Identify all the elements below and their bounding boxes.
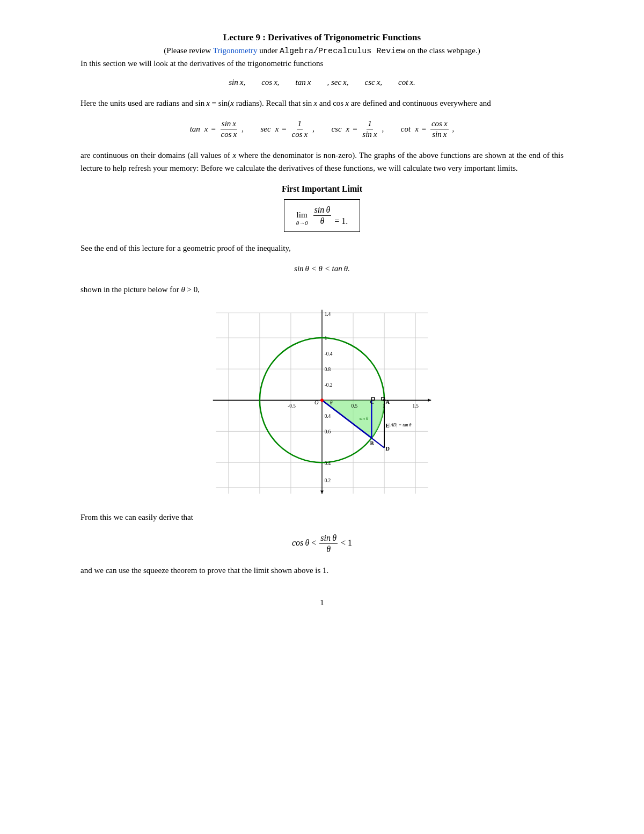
intro-text: In this section we will look at the deri… bbox=[80, 59, 564, 68]
units-text: Here the units used are radians and sin … bbox=[80, 97, 564, 110]
page: Lecture 9 : Derivatives of Trigonometric… bbox=[80, 0, 564, 834]
svg-text:D: D bbox=[385, 446, 390, 452]
svg-text:A: A bbox=[385, 399, 390, 405]
svg-text:1.4: 1.4 bbox=[325, 311, 331, 317]
cotx-formula: cot x = cos x sin x , bbox=[397, 119, 454, 139]
first-limit-heading: First Important Limit bbox=[80, 184, 564, 194]
svg-point-45 bbox=[320, 398, 324, 402]
svg-text:O: O bbox=[314, 400, 319, 405]
svg-text:-0.4: -0.4 bbox=[325, 351, 333, 357]
continuous-text: are continuous on their domains (all val… bbox=[80, 149, 564, 175]
geometric-proof-text: See the end of this lecture for a geomet… bbox=[80, 242, 564, 255]
unit-circle-svg: O θ B D E A C sin θ |AD| = tan θ -0.5 0.… bbox=[209, 307, 435, 500]
svg-text:0.6: 0.6 bbox=[325, 429, 331, 434]
page-number: 1 bbox=[80, 598, 564, 607]
svg-text:B: B bbox=[370, 440, 374, 446]
trigonometry-link[interactable]: Trigonometry bbox=[213, 46, 258, 55]
subtitle: (Please review Trigonometry under Algebr… bbox=[80, 46, 564, 56]
svg-text:1: 1 bbox=[325, 336, 327, 341]
svg-text:1: 1 bbox=[383, 403, 385, 409]
svg-text:-0.2: -0.2 bbox=[325, 382, 333, 388]
svg-text:θ: θ bbox=[330, 400, 333, 405]
page-title: Lecture 9 : Derivatives of Trigonometric… bbox=[80, 32, 564, 43]
trig-identities-row: tan x = sin x cos x , sec x = 1 cos x , … bbox=[80, 119, 564, 139]
svg-text:C: C bbox=[370, 399, 374, 405]
trig-functions-list: sin x, cos x, tan x , sec x, csc x, cot … bbox=[80, 78, 564, 87]
subtitle-mid: under bbox=[257, 46, 280, 55]
unit-circle-diagram: O θ B D E A C sin θ |AD| = tan θ -0.5 0.… bbox=[80, 307, 564, 500]
svg-marker-14 bbox=[428, 398, 431, 402]
svg-text:0.4: 0.4 bbox=[325, 461, 331, 466]
svg-text:0.2: 0.2 bbox=[325, 478, 331, 483]
subtitle-code: Algebra/Precalculus Review bbox=[280, 47, 405, 56]
svg-point-46 bbox=[383, 399, 386, 402]
subtitle-pre: (Please review bbox=[164, 46, 213, 55]
svg-marker-15 bbox=[320, 491, 324, 494]
svg-text:0.8: 0.8 bbox=[325, 367, 331, 372]
derive-text: From this we can easily derive that bbox=[80, 511, 564, 524]
first-limit-box: lim θ→0 sin θ θ = 1. bbox=[80, 199, 564, 232]
svg-text:-0.5: -0.5 bbox=[288, 403, 296, 409]
tanx-formula: tan x = sin x cos x , bbox=[190, 119, 244, 139]
secx-formula: sec x = 1 cos x , bbox=[257, 119, 314, 139]
cscx-formula: csc x = 1 sin x , bbox=[327, 119, 384, 139]
squeeze-final-text: and we can use the squeeze theorem to pr… bbox=[80, 564, 564, 577]
shown-for-text: shown in the picture below for θ > 0, bbox=[80, 283, 564, 296]
svg-text:0.5: 0.5 bbox=[352, 403, 358, 409]
svg-text:|AD| = tan θ: |AD| = tan θ bbox=[389, 423, 411, 427]
squeeze-formula: cos θ < sin θ θ < 1 bbox=[80, 533, 564, 554]
limit-formula-box: lim θ→0 sin θ θ = 1. bbox=[284, 199, 361, 232]
subtitle-post: on the class webpage.) bbox=[405, 46, 480, 55]
inequality-formula: sin θ < θ < tan θ. bbox=[80, 264, 564, 273]
svg-text:sin θ: sin θ bbox=[360, 416, 369, 421]
svg-text:1.5: 1.5 bbox=[412, 403, 419, 409]
svg-text:0.4: 0.4 bbox=[325, 414, 331, 419]
